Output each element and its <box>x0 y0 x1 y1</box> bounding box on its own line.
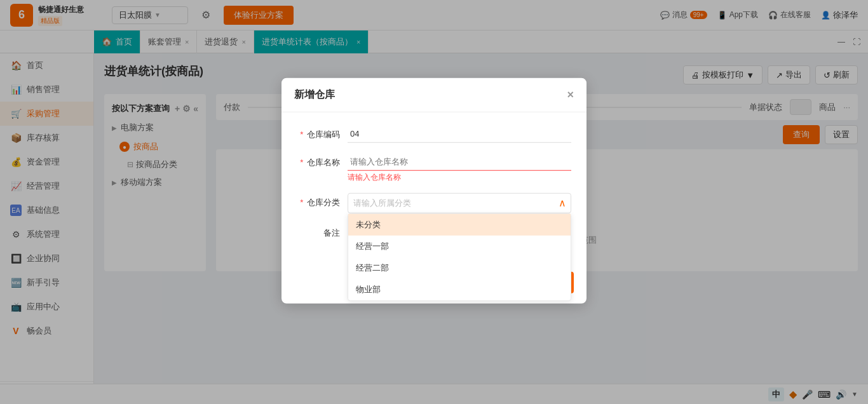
modal-title: 新增仓库 <box>294 88 335 102</box>
warehouse-code-field <box>348 125 571 143</box>
warehouse-name-error: 请输入仓库名称 <box>348 172 571 183</box>
modal-close-button[interactable]: × <box>567 88 574 102</box>
warehouse-code-label: * 仓库编码 <box>297 125 348 140</box>
category-arrow-icon: ∧ <box>559 197 566 209</box>
modal-header: 新增仓库 × <box>281 78 587 112</box>
warehouse-category-field: 请输入所属分类 ∧ 未分类 经营一部 经营二部 物业部 <box>348 193 571 213</box>
warehouse-name-input[interactable] <box>348 153 571 171</box>
dropdown-item-3[interactable]: 物业部 <box>348 279 571 300</box>
dropdown-item-0[interactable]: 未分类 <box>348 214 571 236</box>
warehouse-category-row: * 仓库分类 请输入所属分类 ∧ 未分类 经营一部 经营二部 物业部 <box>297 193 571 213</box>
warehouse-code-row: * 仓库编码 <box>297 125 571 143</box>
warehouse-code-input[interactable] <box>348 125 571 143</box>
warehouse-name-row: * 仓库名称 请输入仓库名称 <box>297 153 571 183</box>
category-dropdown: 未分类 经营一部 经营二部 物业部 <box>348 213 571 301</box>
warehouse-name-label: * 仓库名称 <box>297 153 348 168</box>
modal-body: * 仓库编码 * 仓库名称 请输入仓库名称 * 仓库分类 <box>281 112 587 264</box>
dropdown-item-1[interactable]: 经营一部 <box>348 236 571 257</box>
warehouse-name-field: 请输入仓库名称 <box>348 153 571 183</box>
note-label: 备注 <box>297 224 348 239</box>
warehouse-category-select[interactable]: 请输入所属分类 ∧ <box>348 193 571 213</box>
warehouse-category-label: * 仓库分类 <box>297 193 348 208</box>
dropdown-item-2[interactable]: 经营二部 <box>348 257 571 279</box>
new-warehouse-modal: 新增仓库 × * 仓库编码 * 仓库名称 请输入仓库名称 <box>281 78 587 304</box>
